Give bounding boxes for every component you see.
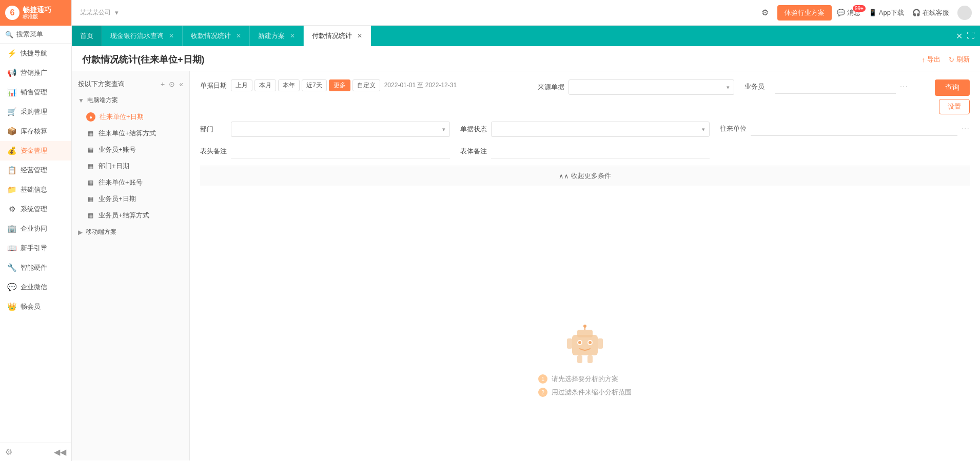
- right-panel: 单据日期 上月 本月 本年 近7天 更多 自定义 2022-01-01 至 20…: [190, 71, 980, 254]
- sidebar-item-enterprise[interactable]: 🏢 企业协同: [0, 219, 71, 238]
- tab-label: 首页: [80, 31, 93, 41]
- collapse-bar[interactable]: ∧∧ 收起更多条件: [200, 166, 970, 186]
- date-btn-group: 上月 本月 本年 近7天 更多 自定义 2022-01-01 至 2022-12…: [231, 79, 457, 91]
- sidebar-item-quick-nav[interactable]: ⚡ 快捷导航: [0, 44, 71, 63]
- sidebar-item-label: 基础信息: [21, 185, 47, 194]
- service-btn[interactable]: 🎧 在线客服: [912, 8, 949, 17]
- scheme-item-salesman-settle[interactable]: ▦ 业务员+结算方式: [72, 207, 189, 224]
- settings-btn[interactable]: 设置: [939, 99, 970, 114]
- breadcrumb-dropdown-icon[interactable]: ▾: [115, 9, 119, 16]
- empty-tips: 1 请先选择要分析的方案 2 用过滤条件来缩小分析范围: [538, 374, 632, 397]
- service-icon: 🎧: [912, 9, 920, 16]
- date-btn-custom[interactable]: 自定义: [352, 79, 380, 91]
- app-name: 畅捷通巧: [23, 6, 51, 14]
- user-avatar[interactable]: [957, 6, 972, 20]
- tip-num-2: 2: [538, 388, 547, 397]
- scheme-item-salesman-date[interactable]: ▦ 业务员+日期: [72, 191, 189, 207]
- dept-select[interactable]: ▾: [231, 122, 450, 137]
- sidebar-item-capital[interactable]: 💰 资金管理: [0, 141, 71, 161]
- filter-row-2: 部门 ▾ 单据状态 ▾: [200, 122, 970, 137]
- sidebar-item-operations[interactable]: 📋 经营管理: [0, 161, 71, 180]
- sidebar-item-inventory[interactable]: 📦 库存核算: [0, 122, 71, 141]
- collapse-label: 收起更多条件: [571, 171, 611, 181]
- trial-btn[interactable]: 体验行业方案: [777, 5, 832, 21]
- scheme-item-unit-settle[interactable]: ▦ 往来单位+结算方式: [72, 125, 189, 142]
- mobile-scheme-section[interactable]: ▶ 移动端方案: [72, 224, 189, 240]
- sidebar-item-purchase[interactable]: 🛒 采购管理: [0, 102, 71, 122]
- tab-bar-actions: ✕ ⛶: [951, 26, 980, 46]
- filter-group-doc-status: 单据状态 ▾: [460, 122, 710, 137]
- date-btn-this-month[interactable]: 本月: [254, 79, 276, 91]
- body-note-input[interactable]: [491, 144, 710, 158]
- guide-icon: 📖: [7, 244, 16, 253]
- date-btn-last-month[interactable]: 上月: [231, 79, 252, 91]
- desktop-scheme-section[interactable]: ▼ 电脑端方案: [72, 92, 189, 109]
- scheme-label: 部门+日期: [99, 162, 129, 171]
- sidebar-item-wechat[interactable]: 💬 企业微信: [0, 277, 71, 297]
- unit-more-icon[interactable]: ···: [962, 124, 970, 133]
- filter-group-date: 单据日期 上月 本月 本年 近7天 更多 自定义 2022-01-01 至 20…: [200, 79, 527, 91]
- query-btn[interactable]: 查询: [935, 79, 970, 96]
- tab-payment-stat[interactable]: 付款情况统计 ✕: [304, 26, 371, 46]
- tab-close-icon[interactable]: ✕: [169, 32, 174, 39]
- source-select[interactable]: ▾: [569, 79, 734, 95]
- breadcrumb: 某某某公司: [80, 8, 111, 17]
- tab-new-plan[interactable]: 新建方案 ✕: [250, 26, 304, 46]
- scheme-item-salesman-account[interactable]: ▦ 业务员+账号: [72, 142, 189, 158]
- sidebar-item-system[interactable]: ⚙ 系统管理: [0, 199, 71, 219]
- header-settings-btn[interactable]: ⚙: [758, 6, 772, 20]
- capital-icon: 💰: [7, 146, 16, 155]
- tab-label: 付款情况统计: [312, 31, 352, 41]
- panel-add-icon[interactable]: +: [161, 80, 165, 88]
- filter-group-body-note: 表体备注: [460, 144, 710, 158]
- tab-close-all-icon[interactable]: ✕: [956, 31, 963, 41]
- sidebar-item-hardware[interactable]: 🔧 智能硬件: [0, 258, 71, 277]
- svg-rect-6: [577, 355, 582, 363]
- messages-badge: 99+: [853, 5, 866, 12]
- tab-receive[interactable]: 收款情况统计 ✕: [183, 26, 250, 46]
- header-note-input[interactable]: [231, 144, 450, 158]
- date-btn-this-year[interactable]: 本年: [278, 79, 300, 91]
- svg-point-11: [589, 341, 592, 344]
- scheme-item-dept-date[interactable]: ▦ 部门+日期: [72, 158, 189, 174]
- scheme-item-unit-date[interactable]: ● 往来单位+日期: [72, 109, 189, 125]
- refresh-btn[interactable]: ↻ 刷新: [949, 55, 970, 64]
- panel-collapse-icon[interactable]: «: [179, 80, 183, 88]
- export-btn[interactable]: ↑ 导出: [922, 55, 941, 64]
- unit-filter-label: 往来单位: [720, 124, 747, 133]
- download-btn[interactable]: 📱 App下载: [869, 8, 904, 17]
- sidebar-item-guide[interactable]: 📖 新手引导: [0, 238, 71, 258]
- salesman-filter-label: 业务员: [744, 82, 771, 91]
- tab-fullscreen-icon[interactable]: ⛶: [967, 31, 975, 41]
- settings-footer-icon[interactable]: ⚙: [5, 447, 12, 457]
- date-filter-label: 单据日期: [200, 81, 227, 90]
- doc-status-select[interactable]: ▾: [491, 122, 710, 137]
- sidebar-item-member[interactable]: 👑 畅会员: [0, 297, 71, 316]
- salesman-input[interactable]: [775, 79, 896, 94]
- messages-btn[interactable]: 💬 消息 99+: [837, 8, 860, 17]
- hardware-icon: 🔧: [7, 263, 16, 272]
- tab-close-icon[interactable]: ✕: [357, 32, 362, 39]
- sidebar-search[interactable]: 🔍 搜索菜单: [0, 26, 71, 44]
- panel-settings-icon[interactable]: ⊙: [169, 80, 175, 88]
- panel-actions: + ⊙ «: [161, 80, 183, 88]
- collapse-sidebar-icon[interactable]: ◀◀: [54, 447, 66, 457]
- sidebar-item-basic-info[interactable]: 📁 基础信息: [0, 180, 71, 199]
- sidebar-item-marketing[interactable]: 📢 营销推广: [0, 63, 71, 83]
- date-btn-more[interactable]: 更多: [329, 79, 350, 91]
- basic-info-icon: 📁: [7, 185, 16, 194]
- tab-bar: 首页 现金银行流水查询 ✕ 收款情况统计 ✕ 新建方案 ✕ 付款情况统计 ✕ ✕…: [72, 26, 980, 46]
- sidebar-item-sales[interactable]: 📊 销售管理: [0, 83, 71, 102]
- operations-icon: 📋: [7, 166, 16, 175]
- tab-close-icon[interactable]: ✕: [236, 32, 241, 39]
- date-btn-last-7[interactable]: 近7天: [302, 79, 327, 91]
- tab-close-icon[interactable]: ✕: [290, 32, 295, 39]
- app-edition: 标准版: [23, 14, 51, 20]
- salesman-more-icon[interactable]: ···: [900, 82, 908, 91]
- tab-cash-flow[interactable]: 现金银行流水查询 ✕: [102, 26, 183, 46]
- tab-home[interactable]: 首页: [72, 26, 102, 46]
- unit-input[interactable]: [751, 122, 957, 136]
- main-area: 某某某公司 ▾ ⚙ 体验行业方案 💬 消息 99+ 📱 App下载 🎧 在线客服: [72, 0, 980, 461]
- scheme-item-unit-account[interactable]: ▦ 往来单位+账号: [72, 174, 189, 191]
- svg-rect-7: [587, 355, 593, 363]
